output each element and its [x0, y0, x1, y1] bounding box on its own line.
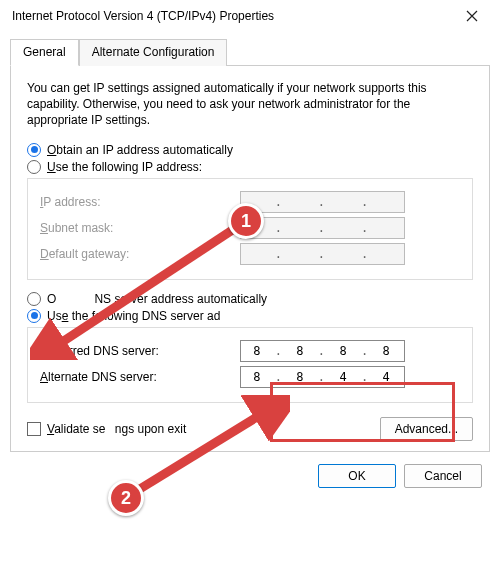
radio-obtain-dns-auto[interactable]: Obtain DNS server address automatically [27, 292, 473, 306]
window-title: Internet Protocol Version 4 (TCP/IPv4) P… [12, 9, 452, 23]
tab-alternate-configuration[interactable]: Alternate Configuration [79, 39, 228, 66]
ok-button[interactable]: OK [318, 464, 396, 488]
label-obtain-ip-auto: Obtain an IP address automatically [47, 143, 233, 157]
radio-obtain-ip-auto[interactable]: Obtain an IP address automatically [27, 143, 473, 157]
radio-icon [27, 292, 41, 306]
radio-use-following-dns[interactable]: Use the following DNS server ad [27, 309, 473, 323]
radio-icon [27, 309, 41, 323]
label-obtain-dns-auto: Obtain DNS server address automatically [47, 292, 267, 306]
label-use-following-ip: Use the following IP address: [47, 160, 202, 174]
input-default-gateway: ... [240, 243, 405, 265]
intro-text: You can get IP settings assigned automat… [27, 80, 473, 129]
label-subnet-mask: Subnet mask: [40, 221, 240, 235]
radio-icon [27, 160, 41, 174]
advanced-button[interactable]: Advanced... [380, 417, 473, 441]
input-preferred-dns[interactable]: 8. 8. 8. 8 [240, 340, 405, 362]
label-ip-address: IP address: [40, 195, 240, 209]
annotation-badge-2: 2 [108, 480, 144, 516]
close-icon[interactable] [452, 2, 492, 30]
checkbox-validate-on-exit[interactable]: Validate settings upon exit [27, 422, 380, 436]
label-alternate-dns: Alternate DNS server: [40, 370, 240, 384]
label-default-gateway: Default gateway: [40, 247, 240, 261]
input-alternate-dns[interactable]: 8. 8. 4. 4 [240, 366, 405, 388]
label-preferred-dns: Preferred DNS server: [40, 344, 240, 358]
checkbox-icon [27, 422, 41, 436]
label-use-following-dns: Use the following DNS server ad [47, 309, 220, 323]
input-ip-address: ... [240, 191, 405, 213]
label-validate-on-exit: Validate settings upon exit [47, 422, 186, 436]
tab-general[interactable]: General [10, 39, 79, 66]
radio-use-following-ip[interactable]: Use the following IP address: [27, 160, 473, 174]
radio-icon [27, 143, 41, 157]
cancel-button[interactable]: Cancel [404, 464, 482, 488]
input-subnet-mask: ... [240, 217, 405, 239]
annotation-badge-1: 1 [228, 203, 264, 239]
